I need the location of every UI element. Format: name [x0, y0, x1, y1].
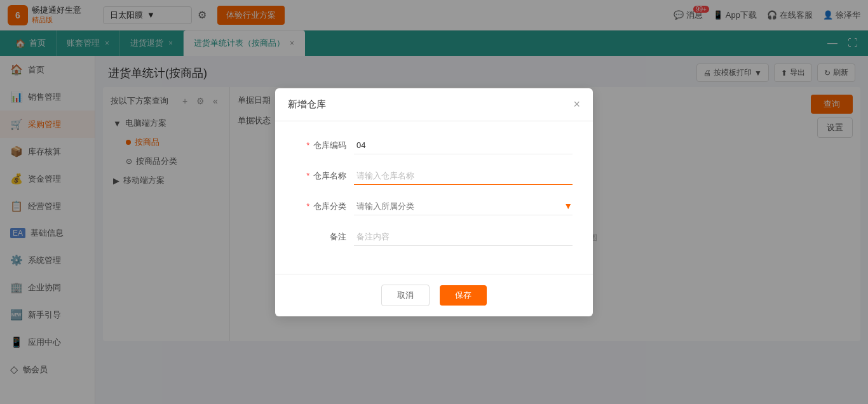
dialog-title: 新增仓库 — [288, 98, 326, 111]
form-row-remark: 备注 — [295, 228, 573, 246]
dialog-body: * 仓库编码 * 仓库名称 * 仓库分类 — [275, 121, 593, 274]
category-dropdown-icon[interactable]: ▼ — [564, 201, 573, 211]
form-row-code: * 仓库编码 — [295, 137, 573, 154]
warehouse-remark-input[interactable] — [354, 228, 573, 246]
dialog-footer: 取消 保存 — [275, 274, 593, 316]
category-select-row: ▼ — [354, 198, 573, 215]
category-label: * 仓库分类 — [295, 201, 346, 212]
form-row-category: * 仓库分类 ▼ — [295, 198, 573, 215]
new-warehouse-dialog: 新增仓库 × * 仓库编码 * 仓库名称 — [275, 88, 593, 316]
cancel-button[interactable]: 取消 — [381, 285, 430, 306]
warehouse-name-input[interactable] — [354, 167, 573, 185]
remark-label: 备注 — [295, 231, 346, 243]
form-row-name: * 仓库名称 — [295, 167, 573, 185]
dialog-close-button[interactable]: × — [573, 98, 580, 110]
warehouse-category-input[interactable] — [354, 198, 564, 215]
save-button[interactable]: 保存 — [440, 285, 487, 306]
warehouse-code-input[interactable] — [354, 137, 573, 154]
code-label: * 仓库编码 — [295, 140, 346, 151]
modal-overlay: 新增仓库 × * 仓库编码 * 仓库名称 — [0, 0, 868, 404]
dialog-header: 新增仓库 × — [275, 88, 593, 121]
name-label: * 仓库名称 — [295, 170, 346, 182]
